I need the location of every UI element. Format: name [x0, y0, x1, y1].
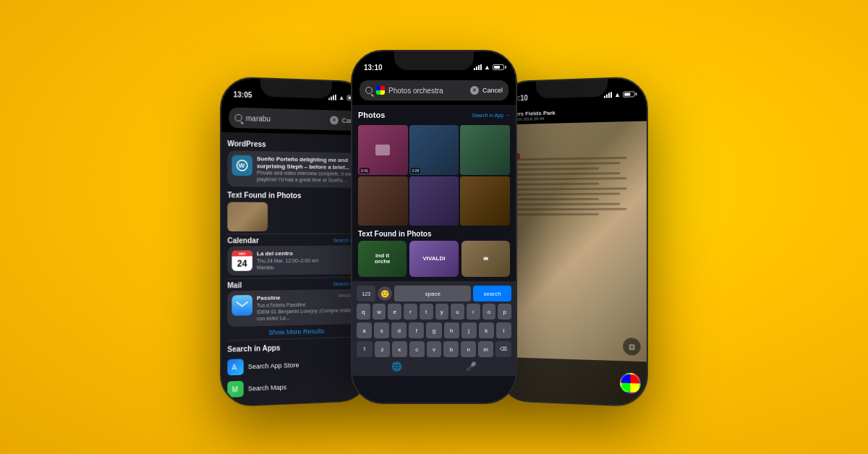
cancel-button-center[interactable]: Cancel — [482, 87, 503, 94]
key-space[interactable]: space — [394, 286, 471, 301]
key-w[interactable]: w — [373, 304, 386, 320]
mail-card[interactable]: Passline 04/03/2022 Tus eTickets Passlin… — [227, 289, 363, 327]
notch-center — [394, 51, 474, 70]
app-store-icon: A — [227, 359, 243, 376]
svg-text:W: W — [239, 162, 245, 169]
wordpress-section-title: WordPress — [227, 140, 363, 150]
keyboard-row-q: q w e r t y u i o p — [357, 304, 511, 320]
wordpress-card[interactable]: W Sueño Porteño delighting me and surpri… — [227, 150, 363, 188]
wordpress-result-text: Sueño Porteño delighting me and surprisi… — [257, 155, 359, 184]
cal-month: MAR — [239, 252, 245, 255]
key-r[interactable]: r — [404, 304, 417, 320]
key-g[interactable]: g — [426, 322, 441, 338]
key-x[interactable]: x — [392, 341, 407, 357]
screen-left: 13:05 ▲ marabu ✕ — [221, 77, 369, 406]
status-icons-right: ▲ — [604, 90, 634, 98]
key-c[interactable]: c — [409, 341, 425, 357]
mail-section-title: Mail — [227, 281, 242, 289]
key-globe[interactable]: 🌐 — [391, 361, 402, 372]
search-in-app-center: Search in App → — [472, 113, 510, 118]
key-a[interactable]: a — [357, 322, 372, 338]
calendar-card[interactable]: MAR 24 La del centro Thu 24 Mar, 12:00–2… — [227, 246, 363, 276]
photo-cell-2[interactable]: 0:28 — [409, 125, 459, 175]
calendar-section-title: Calendar — [227, 236, 258, 244]
search-bar-center[interactable]: Photos orchestra ✕ Cancel — [359, 80, 509, 100]
mail-preview: IDEM 01 Benjamin Lovejoy ¡Compra realiza… — [257, 307, 359, 322]
time-left: 13:05 — [234, 90, 252, 99]
screen-right: 13:10 ▲ Potters Fields Park — [499, 77, 647, 406]
book-page-lines — [499, 150, 647, 361]
wifi-left: ▲ — [339, 94, 345, 101]
key-f[interactable]: f — [409, 322, 424, 338]
key-i[interactable]: i — [467, 304, 480, 320]
left-content: WordPress W Sueño Porteño delighting me … — [221, 132, 369, 406]
key-y[interactable]: y — [435, 304, 449, 320]
text-found-title-left: Text Found in Photos — [227, 192, 363, 200]
signal-right — [604, 92, 612, 98]
key-123[interactable]: 123 — [357, 286, 375, 301]
scan-icon[interactable]: ⊡ — [623, 338, 640, 356]
show-more-button[interactable]: Show More Results — [227, 327, 363, 338]
notch-left — [260, 79, 332, 98]
key-k[interactable]: k — [479, 322, 494, 338]
key-shift[interactable]: ⇧ — [357, 341, 373, 357]
photo-cell-3[interactable] — [460, 125, 510, 175]
key-m[interactable]: m — [478, 341, 493, 357]
notch-right — [536, 79, 608, 98]
photo-cell-4[interactable] — [358, 176, 408, 226]
wifi-center: ▲ — [484, 64, 490, 71]
photo-duration-1: 0:41 — [359, 168, 370, 174]
tfi-thumb-3[interactable]: 📖 — [461, 241, 510, 277]
photo-cell-1[interactable]: 0:41 — [358, 125, 408, 175]
key-s[interactable]: s — [374, 322, 389, 338]
key-search[interactable]: search — [473, 286, 511, 301]
calendar-icon: MAR 24 — [231, 251, 252, 272]
photos-section-title: Photos — [358, 111, 385, 119]
key-e[interactable]: e — [388, 304, 401, 320]
time-center: 13:10 — [364, 64, 383, 72]
search-clear-center[interactable]: ✕ — [470, 86, 479, 95]
center-content: Photos Search in App → 0:41 0:28 — [352, 105, 516, 403]
search-in-apps-title: Search in Apps — [227, 342, 363, 354]
right-content: LIVE — [499, 121, 647, 406]
key-u[interactable]: u — [451, 304, 464, 320]
search-clear-left[interactable]: ✕ — [330, 116, 339, 124]
key-z[interactable]: z — [375, 341, 390, 357]
photos-icon-circle[interactable] — [620, 372, 641, 393]
photo-cell-5[interactable] — [409, 176, 459, 226]
text-found-title-center: Text Found in Photos — [358, 230, 510, 238]
battery-right — [623, 91, 634, 98]
search-bar-left[interactable]: marabu ✕ Canc — [229, 107, 362, 131]
key-b[interactable]: b — [443, 341, 459, 357]
maps-row[interactable]: M Search Maps — [227, 374, 363, 401]
key-d[interactable]: d — [391, 322, 407, 338]
svg-text:A: A — [231, 364, 237, 372]
key-j[interactable]: j — [461, 322, 477, 338]
photo-duration-2: 0:28 — [411, 168, 421, 174]
keyboard: 123 🙂 space search q w e r t y u — [352, 281, 516, 376]
phone-left: 13:05 ▲ marabu ✕ — [220, 76, 370, 407]
tfi-thumb-2[interactable]: VIVALDI — [409, 241, 458, 277]
key-p[interactable]: p — [498, 304, 511, 320]
photo-cell-6[interactable] — [460, 176, 510, 226]
search-icon-center — [365, 87, 373, 94]
key-q[interactable]: q — [357, 304, 370, 320]
key-delete[interactable]: ⌫ — [495, 341, 511, 357]
search-text-left: marabu — [246, 114, 326, 124]
key-mic[interactable]: 🎤 — [466, 361, 477, 372]
photo-thumb-left — [227, 202, 268, 232]
tfi-thumb-1[interactable]: ind itorche — [358, 241, 407, 277]
key-h[interactable]: h — [444, 322, 459, 338]
svg-rect-5 — [375, 145, 390, 155]
keyboard-num-row: 123 🙂 space search — [357, 286, 511, 301]
key-emoji[interactable]: 🙂 — [378, 286, 392, 301]
key-o[interactable]: o — [482, 304, 496, 320]
key-n[interactable]: n — [461, 341, 476, 357]
search-icon-left — [235, 114, 242, 121]
key-t[interactable]: t — [420, 304, 433, 320]
wordpress-subtitle: Private and video interview complete, it… — [257, 169, 359, 184]
phone-center: 13:10 ▲ Photos — [351, 50, 517, 404]
key-l[interactable]: l — [496, 322, 511, 338]
photos-icon-search — [376, 86, 385, 95]
key-v[interactable]: v — [427, 341, 442, 357]
